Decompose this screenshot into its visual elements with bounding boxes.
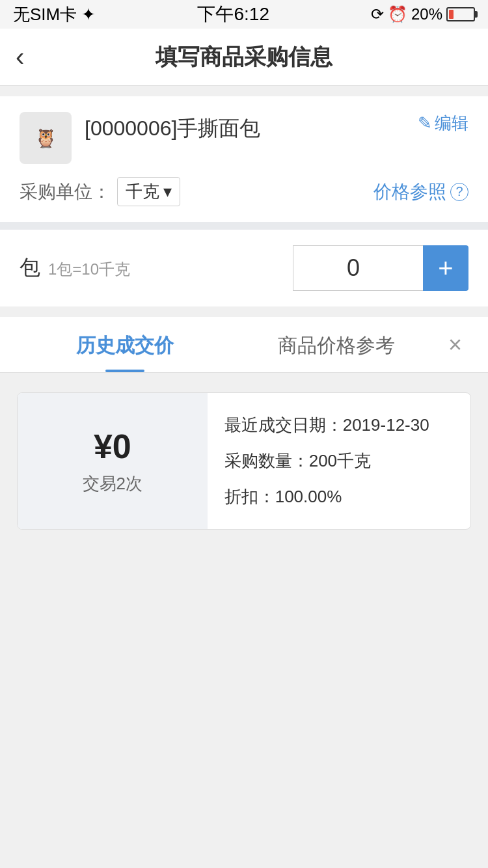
currency-symbol: ¥ (94, 427, 113, 465)
purchase-unit: 采购单位： 千克 ▾ (20, 177, 180, 206)
battery-icon (446, 7, 475, 21)
date-label: 最近成交日期： (224, 415, 343, 435)
date-value: 2019-12-30 (343, 415, 429, 435)
price-value: 0 (113, 427, 131, 465)
tab-price-ref[interactable]: 商品价格参考 (230, 317, 441, 372)
carrier-text: 无SIM卡 ✦ (13, 3, 96, 26)
tab-history-price[interactable]: 历史成交价 (20, 317, 230, 372)
nav-bar: ‹ 填写商品采购信息 (0, 29, 488, 86)
trade-date-row: 最近成交日期：2019-12-30 (224, 413, 454, 438)
status-left: 无SIM卡 ✦ (13, 3, 96, 26)
section-divider (0, 222, 488, 230)
trade-count: 交易2次 (83, 472, 142, 495)
quantity-left: 包 1包=10千克 (20, 254, 130, 282)
quantity-input[interactable] (293, 245, 423, 291)
unit-arrow-icon: ▾ (163, 182, 172, 202)
tab2-label: 商品价格参考 (278, 334, 395, 356)
trade-card: ¥0 交易2次 最近成交日期：2019-12-30 采购数量：200千克 折扣：… (17, 392, 471, 530)
unit-value: 千克 (126, 180, 159, 203)
product-left: 🦉 [0000006]手撕面包 (20, 112, 260, 164)
page-title: 填写商品采购信息 (156, 42, 332, 72)
discount-value: 100.00% (275, 487, 342, 506)
quantity-input-wrap: + (293, 245, 468, 291)
trade-price: ¥0 (94, 427, 131, 466)
quantity-plus-button[interactable]: + (423, 245, 468, 291)
quantity-row: 包 1包=10千克 + (0, 230, 488, 306)
purchase-unit-label: 采购单位： (20, 180, 111, 204)
unit-label: 包 (20, 254, 40, 282)
content-area (0, 549, 488, 868)
price-ref-button[interactable]: 价格参照 ? (373, 180, 468, 204)
trade-discount-row: 折扣：100.00% (224, 484, 454, 509)
help-icon: ? (450, 183, 468, 201)
trade-card-right: 最近成交日期：2019-12-30 采购数量：200千克 折扣：100.00% (208, 393, 470, 529)
location-icon: ⟳ (371, 5, 384, 23)
alarm-icon: ⏰ (388, 5, 407, 23)
product-top: 🦉 [0000006]手撕面包 ✎ 编辑 (20, 112, 468, 164)
unit-selector[interactable]: 千克 ▾ (117, 177, 180, 206)
product-bottom: 采购单位： 千克 ▾ 价格参照 ? (20, 177, 468, 206)
trade-card-left: ¥0 交易2次 (18, 393, 208, 529)
status-bar: 无SIM卡 ✦ 下午6:12 ⟳ ⏰ 20% (0, 0, 488, 29)
status-right: ⟳ ⏰ 20% (371, 5, 475, 23)
unit-hint: 1包=10千克 (48, 259, 130, 280)
back-button[interactable]: ‹ (16, 42, 24, 72)
discount-label: 折扣： (224, 487, 275, 506)
edit-pencil-icon: ✎ (418, 113, 432, 133)
logo-icon: 🦉 (34, 128, 57, 149)
tab1-label: 历史成交价 (76, 334, 174, 356)
battery-pct: 20% (411, 5, 442, 23)
close-button[interactable]: × (442, 331, 468, 359)
product-logo: 🦉 (20, 112, 72, 164)
tab-active-indicator (105, 370, 144, 372)
product-name: [0000006]手撕面包 (85, 112, 260, 143)
qty-value: 200千克 (309, 451, 371, 470)
product-card: 🦉 [0000006]手撕面包 ✎ 编辑 采购单位： 千克 ▾ 价格参照 ? (0, 96, 488, 222)
edit-button[interactable]: ✎ 编辑 (418, 112, 468, 135)
status-time: 下午6:12 (197, 2, 269, 27)
edit-label: 编辑 (435, 112, 468, 135)
price-ref-label: 价格参照 (373, 180, 446, 204)
qty-label: 采购数量： (224, 451, 309, 470)
tabs-bar: 历史成交价 商品价格参考 × (0, 317, 488, 373)
trade-qty-row: 采购数量：200千克 (224, 448, 454, 474)
